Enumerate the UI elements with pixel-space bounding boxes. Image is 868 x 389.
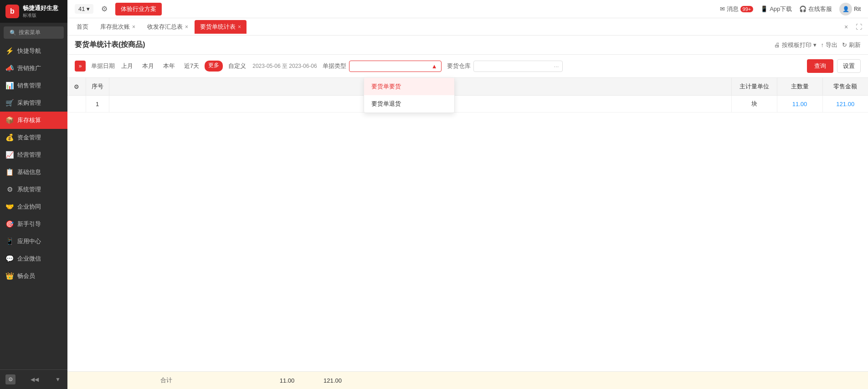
logo-icon: b: [5, 5, 19, 18]
trial-btn[interactable]: 体验行业方案: [115, 3, 162, 15]
sidebar-item-label: 资金管理: [17, 133, 41, 142]
sidebar-item-marketing[interactable]: 📣 营销推广: [0, 60, 67, 77]
refresh-btn[interactable]: ↻ 刷新: [842, 41, 861, 49]
type-select-input[interactable]: [353, 63, 430, 70]
guide-icon: 🎯: [5, 220, 14, 228]
query-btn[interactable]: 查询: [807, 59, 833, 73]
service-icon: 🎧: [799, 5, 806, 12]
inventory-icon: 📦: [5, 116, 14, 124]
tab-batch-account[interactable]: 库存批次账 ×: [95, 20, 141, 34]
sidebar-item-app-center[interactable]: 📱 应用中心: [0, 233, 67, 250]
sidebar: b 畅捷通好生意 标准版 🔍 搜索菜单 ⚡ 快捷导航 📣 营销推广 📊 销售管理…: [0, 0, 67, 389]
tab-close-icon[interactable]: ×: [185, 24, 188, 30]
avatar: 👤: [839, 3, 852, 15]
expand-icon: »: [79, 63, 82, 69]
main-area: 41 ▾ ⚙ 体验行业方案 ✉ 消息 99+ 📱 App下载 🎧 在线客服: [67, 0, 868, 389]
date-filter-label: 单据日期: [91, 62, 115, 70]
chevron-down-icon: ▾: [87, 5, 90, 12]
tab-label: 库存批次账: [100, 23, 130, 31]
sidebar-item-operations[interactable]: 📈 经营管理: [0, 146, 67, 164]
tab-close-all-btn[interactable]: ×: [841, 21, 852, 32]
online-service-label: 在线客服: [808, 5, 832, 13]
table-row: 1 块 11.00 121.00: [67, 96, 868, 113]
warehouse-filter-label: 要货仓库: [447, 62, 471, 70]
date-opt-last-7-days[interactable]: 近7天: [180, 61, 203, 72]
app-sub: 标准版: [23, 12, 58, 18]
amount-link[interactable]: 121.00: [836, 101, 854, 107]
app-download-btn[interactable]: 📱 App下载: [760, 5, 792, 13]
user-profile[interactable]: 👤 Rit: [839, 3, 861, 15]
export-label: 导出: [826, 41, 837, 49]
sidebar-item-guide[interactable]: 🎯 新手引导: [0, 215, 67, 233]
sidebar-item-label: 企业微信: [17, 255, 41, 263]
settings-footer-btn[interactable]: ⚙: [5, 374, 15, 384]
search-menu[interactable]: 🔍 搜索菜单: [4, 26, 64, 39]
tab-home[interactable]: 首页: [71, 20, 94, 34]
dropdown-item-order-purchase[interactable]: 要货单要货: [364, 78, 454, 95]
page-title: 要货单统计表(按商品): [75, 40, 145, 50]
sidebar-item-system[interactable]: ⚙ 系统管理: [0, 181, 67, 198]
tab-label: 收发存汇总表: [147, 23, 183, 31]
sidebar-item-sales[interactable]: 📊 销售管理: [0, 77, 67, 94]
page-actions: 🖨 按模板打印 ▾ ↑ 导出 ↻ 刷新: [774, 41, 861, 49]
print-btn[interactable]: 🖨 按模板打印 ▾: [774, 41, 817, 49]
system-icon: ⚙: [5, 185, 14, 194]
date-opt-last-month[interactable]: 上月: [118, 61, 137, 72]
sidebar-item-label: 销售管理: [17, 82, 41, 90]
tab-close-icon[interactable]: ×: [238, 24, 241, 30]
sidebar-item-inventory[interactable]: 📦 库存核算: [0, 112, 67, 129]
filter-expand-btn[interactable]: »: [75, 61, 86, 72]
table-footer: 合计 11.00 121.00: [67, 371, 868, 389]
sidebar-item-label: 快捷导航: [17, 47, 41, 55]
purchase-icon: 🛒: [5, 99, 14, 107]
company-selector[interactable]: 41 ▾: [75, 4, 93, 14]
quick-nav-icon: ⚡: [5, 47, 14, 55]
search-label: 搜索菜单: [19, 29, 41, 36]
tab-order-summary[interactable]: 要货单统计表 ×: [195, 20, 247, 34]
tab-close-icon[interactable]: ×: [132, 24, 135, 30]
print-label: 按模板打印: [782, 41, 812, 49]
col-settings-header[interactable]: ⚙: [67, 78, 86, 96]
messages-btn[interactable]: ✉ 消息 99+: [720, 5, 754, 13]
sidebar-footer: ⚙ ◀◀ ▼: [0, 369, 67, 389]
sidebar-item-label: 库存核算: [17, 116, 41, 124]
date-opt-more[interactable]: 更多: [205, 61, 223, 72]
scroll-down-btn[interactable]: ▼: [54, 375, 62, 384]
sidebar-collapse-btn[interactable]: ◀◀: [31, 375, 39, 384]
sidebar-item-quick-nav[interactable]: ⚡ 快捷导航: [0, 42, 67, 60]
date-opt-custom[interactable]: 自定义: [225, 61, 250, 72]
marketing-icon: 📣: [5, 64, 14, 72]
warehouse-input[interactable]: [478, 63, 554, 70]
search-icon: 🔍: [10, 30, 16, 36]
type-filter-label: 单据类型: [323, 62, 346, 70]
tab-receivable-summary[interactable]: 收发存汇总表 ×: [142, 20, 194, 34]
sales-icon: 📊: [5, 82, 14, 90]
warehouse-select-box[interactable]: ···: [473, 61, 563, 72]
export-btn[interactable]: ↑ 导出: [821, 41, 838, 49]
date-opt-this-month[interactable]: 本月: [139, 61, 158, 72]
col-amount-header: 零售金额: [822, 78, 868, 96]
qty-link[interactable]: 11.00: [792, 101, 807, 107]
dropdown-item-order-return[interactable]: 要货单退货: [364, 95, 454, 113]
wechat-icon: 💬: [5, 255, 14, 263]
user-name: Rit: [854, 6, 861, 12]
date-options: 上月 本月 本年 近7天 更多 自定义: [118, 61, 250, 72]
date-opt-this-year[interactable]: 本年: [159, 61, 179, 72]
col-qty-header: 主数量: [777, 78, 822, 96]
sidebar-item-finance[interactable]: 💰 资金管理: [0, 129, 67, 146]
sidebar-item-purchase[interactable]: 🛒 采购管理: [0, 94, 67, 112]
tab-expand-btn[interactable]: ⛶: [853, 21, 864, 32]
sidebar-item-member[interactable]: 👑 畅会员: [0, 267, 67, 285]
settings-filter-btn[interactable]: 设置: [837, 59, 861, 73]
sidebar-item-wechat[interactable]: 💬 企业微信: [0, 250, 67, 267]
sidebar-item-enterprise[interactable]: 🤝 企业协同: [0, 198, 67, 215]
cell-settings: [67, 96, 86, 113]
warehouse-dots-icon[interactable]: ···: [554, 63, 559, 70]
page-header: 要货单统计表(按商品) 🖨 按模板打印 ▾ ↑ 导出 ↻ 刷新: [67, 36, 868, 55]
header-settings-icon[interactable]: ⚙: [99, 4, 110, 15]
data-table: ⚙ 序号 商品 主计量单位 主数量 零售金额 1: [67, 78, 868, 113]
select-arrow-icon[interactable]: ▲: [431, 63, 437, 70]
sidebar-item-basics[interactable]: 📋 基础信息: [0, 164, 67, 181]
type-select-box[interactable]: ▲: [349, 61, 442, 72]
online-service-btn[interactable]: 🎧 在线客服: [799, 5, 832, 13]
